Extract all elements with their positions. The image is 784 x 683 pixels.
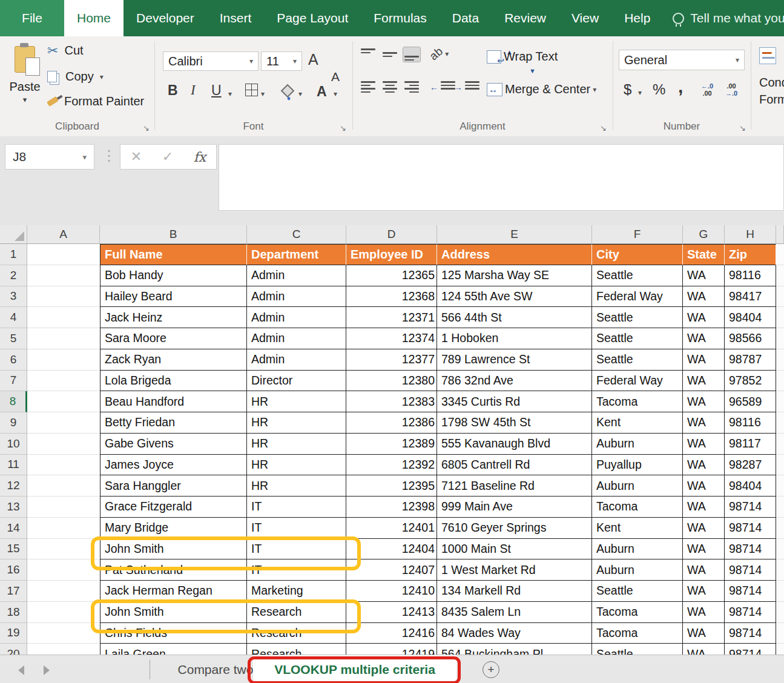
- cell-A16[interactable]: [27, 559, 100, 581]
- cell-A7[interactable]: [27, 371, 100, 392]
- cell-F4[interactable]: Seattle: [592, 307, 683, 328]
- column-header-E[interactable]: E: [437, 225, 592, 244]
- percent-button[interactable]: %: [653, 81, 665, 98]
- cell-C1[interactable]: Department: [247, 244, 346, 265]
- cell-D5[interactable]: 12374: [346, 328, 437, 349]
- cell-G3[interactable]: WA: [683, 286, 725, 308]
- number-launcher-icon[interactable]: ↘: [739, 124, 746, 133]
- cell-E2[interactable]: 125 Marsha Way SE: [437, 265, 592, 286]
- cell-C8[interactable]: HR: [247, 391, 346, 412]
- cell-G6[interactable]: WA: [683, 349, 725, 371]
- column-header-A[interactable]: A: [27, 225, 100, 244]
- cell-H8[interactable]: 96589: [725, 391, 776, 412]
- cell-G16[interactable]: WA: [683, 559, 725, 581]
- cell-C17[interactable]: Marketing: [247, 581, 346, 602]
- cell-D1[interactable]: Employee ID: [346, 244, 437, 265]
- cell-D12[interactable]: 12395: [346, 475, 437, 497]
- cell-A19[interactable]: [27, 623, 100, 644]
- cell-D18[interactable]: 12413: [346, 602, 437, 623]
- cell-H20[interactable]: 98714: [725, 644, 776, 655]
- ribbon-tab-view[interactable]: View: [559, 0, 611, 36]
- formula-bar-drag-handle[interactable]: ⋮: [102, 147, 116, 164]
- cell-F9[interactable]: Kent: [592, 412, 683, 434]
- cell-B15[interactable]: John Smith: [100, 539, 247, 560]
- row-number-15[interactable]: 15: [0, 539, 27, 560]
- column-header-H[interactable]: H: [725, 225, 776, 244]
- increase-indent-button[interactable]: →: [454, 80, 481, 94]
- cell-B19[interactable]: Chris Fields: [100, 623, 247, 644]
- currency-caret-icon[interactable]: ▾: [638, 88, 642, 97]
- cell-B16[interactable]: Pat Sutherland: [100, 559, 247, 581]
- row-number-3[interactable]: 3: [0, 286, 27, 308]
- cell-H14[interactable]: 98714: [725, 518, 776, 539]
- cell-F7[interactable]: Federal Way: [592, 371, 683, 392]
- italic-button[interactable]: I: [191, 82, 196, 98]
- cell-C11[interactable]: HR: [247, 455, 346, 476]
- cell-D19[interactable]: 12416: [346, 623, 437, 644]
- cell-B10[interactable]: Gabe Givens: [100, 434, 247, 455]
- cell-E16[interactable]: 1 West Market Rd: [437, 559, 592, 581]
- ribbon-tab-formulas[interactable]: Formulas: [361, 0, 440, 36]
- cell-A4[interactable]: [27, 307, 100, 328]
- cell-F17[interactable]: Seattle: [592, 581, 683, 602]
- cell-B7[interactable]: Lola Brigeda: [100, 371, 247, 392]
- cell-A1[interactable]: [27, 244, 100, 265]
- font-launcher-icon[interactable]: ↘: [340, 124, 346, 133]
- comma-style-button[interactable]: ,: [678, 76, 683, 97]
- wrap-text-button[interactable]: Wrap Text: [487, 50, 558, 64]
- cell-G5[interactable]: WA: [683, 328, 725, 349]
- cell-E20[interactable]: 564 Buckingham Pl: [437, 644, 592, 655]
- font-color-caret-icon[interactable]: ▾: [334, 90, 337, 98]
- cell-A3[interactable]: [27, 286, 100, 308]
- row-number-20[interactable]: 20: [0, 644, 27, 655]
- cell-E14[interactable]: 7610 Geyer Springs: [437, 518, 592, 539]
- cell-E15[interactable]: 1000 Main St: [437, 539, 592, 560]
- cell-E18[interactable]: 8435 Salem Ln: [437, 602, 592, 623]
- cell-G15[interactable]: WA: [683, 539, 725, 560]
- conditional-formatting-icon[interactable]: [759, 47, 776, 64]
- cell-F2[interactable]: Seattle: [592, 265, 683, 286]
- ribbon-tab-help[interactable]: Help: [611, 0, 663, 36]
- cell-D4[interactable]: 12371: [346, 307, 437, 328]
- bottom-align-button[interactable]: [403, 47, 420, 62]
- cell-D13[interactable]: 12398: [346, 497, 437, 518]
- row-number-11[interactable]: 11: [0, 455, 27, 476]
- cell-H4[interactable]: 98404: [725, 307, 776, 328]
- cell-D7[interactable]: 12380: [346, 371, 437, 392]
- copy-caret-icon[interactable]: ▾: [100, 73, 104, 81]
- cell-E13[interactable]: 999 Main Ave: [437, 497, 592, 518]
- cell-A6[interactable]: [27, 349, 100, 371]
- cell-H6[interactable]: 98787: [725, 349, 776, 371]
- cell-F8[interactable]: Tacoma: [592, 391, 683, 412]
- ribbon-tab-review[interactable]: Review: [492, 0, 559, 36]
- row-number-17[interactable]: 17: [0, 581, 27, 602]
- cell-G9[interactable]: WA: [683, 412, 725, 434]
- cell-G8[interactable]: WA: [683, 391, 725, 412]
- cell-G12[interactable]: WA: [683, 475, 725, 497]
- cell-D20[interactable]: 12419: [346, 644, 437, 655]
- currency-button[interactable]: $: [624, 81, 631, 98]
- row-number-19[interactable]: 19: [0, 623, 27, 644]
- cell-D14[interactable]: 12401: [346, 518, 437, 539]
- cell-E9[interactable]: 1798 SW 45th St: [437, 412, 592, 434]
- fill-caret-icon[interactable]: ▾: [298, 90, 302, 98]
- row-number-4[interactable]: 4: [0, 307, 27, 328]
- cell-H19[interactable]: 98714: [725, 623, 776, 644]
- sheet-nav-right-icon[interactable]: [44, 665, 50, 675]
- cell-H17[interactable]: 98714: [725, 581, 776, 602]
- increase-decimal-button[interactable]: ←.0 .00: [701, 82, 713, 97]
- ribbon-tab-data[interactable]: Data: [440, 0, 492, 36]
- row-number-2[interactable]: 2: [0, 265, 27, 286]
- cell-H7[interactable]: 97852: [725, 371, 776, 392]
- enter-icon[interactable]: ✓: [162, 149, 173, 165]
- row-number-16[interactable]: 16: [0, 559, 27, 581]
- row-number-5[interactable]: 5: [0, 328, 27, 349]
- cell-C15[interactable]: IT: [247, 539, 346, 560]
- number-format-select[interactable]: General ▾: [619, 50, 745, 70]
- row-number-9[interactable]: 9: [0, 412, 27, 434]
- cell-H18[interactable]: 98714: [725, 602, 776, 623]
- cell-F6[interactable]: Seattle: [592, 349, 683, 371]
- insert-function-icon[interactable]: fx: [194, 150, 206, 165]
- font-size-select[interactable]: 11 ▾: [261, 51, 302, 71]
- cell-C19[interactable]: Research: [247, 623, 346, 644]
